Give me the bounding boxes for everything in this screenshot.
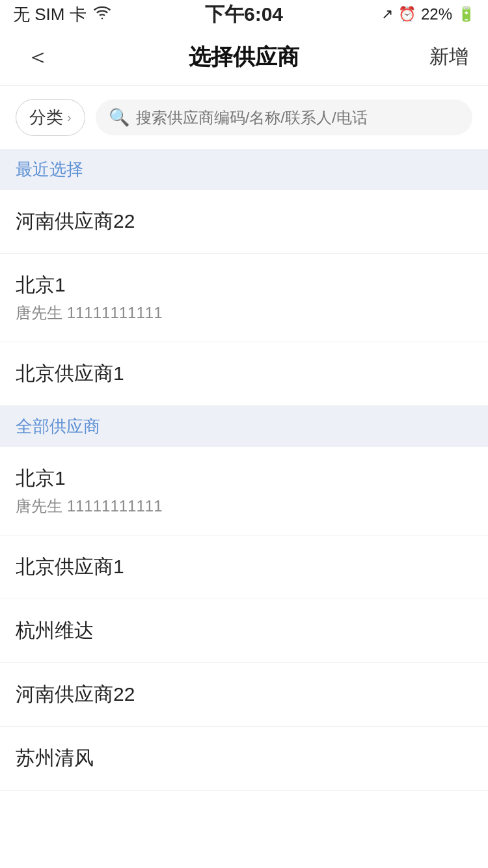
status-left: 无 SIM 卡 <box>13 3 111 26</box>
status-bar: 无 SIM 卡 下午6:04 ↗ ⏰ 22% 🔋 <box>0 0 488 29</box>
recent-section-header: 最近选择 <box>0 149 488 190</box>
all-list-item[interactable]: 北京1唐先生 11111111111 <box>0 447 488 536</box>
all-items-list: 北京1唐先生 11111111111北京供应商1杭州维达河南供应商22苏州清风 <box>0 447 488 791</box>
chevron-right-icon: › <box>67 110 72 125</box>
filter-bar: 分类 › 🔍 <box>0 86 488 149</box>
recent-list-item[interactable]: 北京1唐先生 11111111111 <box>0 254 488 342</box>
battery-label: 22% <box>421 5 452 23</box>
item-name: 北京供应商1 <box>16 554 472 580</box>
recent-items-list: 河南供应商22北京1唐先生 11111111111北京供应商1 <box>0 190 488 406</box>
item-name: 苏州清风 <box>16 745 472 772</box>
page-title: 选择供应商 <box>189 42 299 72</box>
item-name: 北京供应商1 <box>16 360 472 387</box>
all-list-item[interactable]: 北京供应商1 <box>0 536 488 599</box>
add-button[interactable]: 新增 <box>429 44 468 70</box>
recent-list-item[interactable]: 北京供应商1 <box>0 342 488 406</box>
item-sub: 唐先生 11111111111 <box>16 303 472 323</box>
nav-bar: ＜ 选择供应商 新增 <box>0 29 488 86</box>
all-list-item[interactable]: 苏州清风 <box>0 727 488 791</box>
item-sub: 唐先生 11111111111 <box>16 496 472 517</box>
alarm-icon: ⏰ <box>398 6 416 23</box>
battery-icon: 🔋 <box>457 6 475 23</box>
category-filter[interactable]: 分类 › <box>16 99 85 136</box>
search-box[interactable]: 🔍 <box>96 100 472 135</box>
no-sim-label: 无 SIM 卡 <box>13 3 87 26</box>
all-section-header: 全部供应商 <box>0 406 488 447</box>
svg-point-0 <box>102 18 103 19</box>
all-list-item[interactable]: 河南供应商22 <box>0 663 488 727</box>
category-label: 分类 <box>29 106 63 129</box>
item-name: 北京1 <box>16 465 472 492</box>
recent-list-item[interactable]: 河南供应商22 <box>0 190 488 254</box>
all-list-item[interactable]: 杭州维达 <box>0 599 488 663</box>
back-button[interactable]: ＜ <box>20 34 56 79</box>
status-time: 下午6:04 <box>205 1 283 28</box>
search-input[interactable] <box>136 109 459 127</box>
item-name: 北京1 <box>16 272 472 299</box>
wifi-icon <box>93 3 111 26</box>
item-name: 河南供应商22 <box>16 208 472 235</box>
search-icon: 🔍 <box>109 107 129 128</box>
item-name: 河南供应商22 <box>16 681 472 708</box>
item-name: 杭州维达 <box>16 617 472 644</box>
status-right: ↗ ⏰ 22% 🔋 <box>381 5 475 23</box>
location-icon: ↗ <box>381 6 393 23</box>
